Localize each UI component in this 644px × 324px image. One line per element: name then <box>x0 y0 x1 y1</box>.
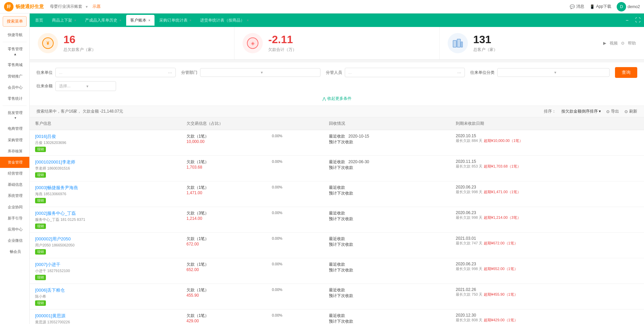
tab-customer-account-close[interactable]: × <box>148 19 150 22</box>
sort-value[interactable]: 按欠款金额倒序排序 ▾ <box>561 109 601 114</box>
overdue-link[interactable]: 超期¥1,214.00（3笔） <box>484 215 521 219</box>
recovery-cell: 最近收款 预计下次收款 <box>324 207 450 233</box>
unit-category-select[interactable]: ▾ <box>497 68 610 77</box>
overdue-link[interactable]: 超期¥1,703.68（1笔） <box>484 164 521 168</box>
department-select[interactable]: ▾ <box>200 68 320 77</box>
customer-cell: [0006]丢下粮仓 陈小希 现销 <box>30 284 181 310</box>
overdue-link[interactable]: 超期¥672.00（1笔） <box>484 241 518 245</box>
tab-inbound-stats-close[interactable]: × <box>247 19 249 22</box>
recent-payment-label: 最近收款 2020-10-15 <box>329 134 445 139</box>
customer-name-link[interactable]: [0001020001]李老师 <box>35 159 176 165</box>
manager-label: 分管人员 <box>326 70 342 76</box>
logo-text: 畅捷通好生意 <box>16 4 44 10</box>
overdue-link[interactable]: 超期¥429.00（1笔） <box>484 318 518 322</box>
customer-name-link[interactable]: [000001]黄思源 <box>35 313 176 319</box>
search-menu-button[interactable]: 搜索菜单 <box>3 16 27 27</box>
customer-name-link[interactable]: [0016]吕俊 <box>35 134 176 140</box>
search-button[interactable]: 查询 <box>615 67 637 78</box>
overdue-link[interactable]: 超期¥455.90（1笔） <box>484 292 518 296</box>
debt-percent-cell: 0.00% <box>264 156 324 181</box>
debt-percent-cell: 0.00% <box>264 233 324 258</box>
customer-name-link[interactable]: [0006]丢下粮仓 <box>35 287 176 293</box>
overdue-days: 最长欠款 998 天 <box>456 215 482 219</box>
from-unit-input-wrap[interactable]: ··· <box>55 68 176 77</box>
manager-input-wrap[interactable]: ··· <box>345 68 465 77</box>
tab-products-off[interactable]: 商品上下架 × <box>48 15 80 26</box>
stat-label-1: 总欠款客户（家） <box>63 47 226 53</box>
manager-input[interactable] <box>348 70 456 75</box>
tab-home[interactable]: 首页 <box>31 15 47 26</box>
overdue-link[interactable]: 超期¥1,471.00（1笔） <box>484 190 521 194</box>
results-summary: 搜索结果中，客户16家， 欠款金额 -21,148.07元 <box>36 109 123 114</box>
next-payment-label: 预计下次收款 <box>329 267 445 273</box>
customer-cell: [0002]服务中心_丁磊 服务中心_丁磊 181 0125 8371 现销 <box>30 207 181 233</box>
sidebar-item-retail-mgmt[interactable]: 零售管理 ▲ <box>0 43 29 59</box>
customer-phone: 李老师 18600391516 <box>35 166 176 171</box>
collapse-label: 收起更多条件 <box>327 96 352 101</box>
tab-fullscreen-button[interactable]: ⛶ <box>633 16 643 25</box>
sidebar-item-purchase[interactable]: 采购管理 <box>0 135 29 146</box>
tab-production-history-close[interactable]: × <box>119 19 121 22</box>
filter-manager: 分管人员 ··· <box>326 68 465 77</box>
export-button[interactable]: ⊙ 导出 <box>606 109 619 114</box>
customer-name-link[interactable]: [000002]用户2050 <box>35 236 176 242</box>
sidebar-item-marketing[interactable]: 营销推广 <box>0 71 29 82</box>
sidebar-item-ecommerce[interactable]: 电商管理 <box>0 123 29 134</box>
collapse-button[interactable]: ⋀ 收起更多条件 <box>36 94 637 103</box>
sidebar-item-enterprise-collab[interactable]: 企业协同 <box>0 202 29 213</box>
manager-dots[interactable]: ··· <box>457 70 461 75</box>
tab-purchase-order[interactable]: 采购订单统计表 × <box>155 15 196 26</box>
sidebar-item-basics[interactable]: 基础信息 <box>0 179 29 190</box>
tab-inbound-stats[interactable]: 进货单统计表（按商品） × <box>196 15 253 26</box>
due-date-cell: 2020.11.15 最长欠款 853 天 超期¥1,703.68（1笔） <box>450 156 644 181</box>
overdue-link[interactable]: 超期¥652.00（1笔） <box>484 267 518 271</box>
sidebar-item-newbie[interactable]: 新手引导 <box>0 213 29 224</box>
from-unit-input[interactable] <box>59 70 167 75</box>
recent-payment-label: 最近收款 <box>329 262 445 267</box>
overdue-info: 最长欠款 998 天 超期¥1,471.00（1笔） <box>456 189 639 195</box>
sidebar-item-chang-member[interactable]: 畅会员 <box>0 246 29 257</box>
sidebar-item-retail-stats[interactable]: 零售统计 <box>0 93 29 104</box>
col-debt-info: 欠交易信息（占比） <box>181 117 324 130</box>
user-area[interactable]: D demo2 <box>617 2 640 11</box>
debt-count: 欠款（1笔） <box>187 134 258 139</box>
stat-label-2: 欠款合计（万） <box>268 47 431 53</box>
customer-badge: 现销 <box>35 172 46 178</box>
filter-department: 分管部门 ▾ <box>181 68 320 77</box>
sidebar-item-quick-nav[interactable]: 快捷导航 <box>0 29 29 40</box>
dropdown-arrow[interactable]: ▾ <box>86 4 88 9</box>
refresh-button[interactable]: ⊙ 刷新 <box>624 109 637 114</box>
sidebar-item-enterprise-wechat[interactable]: 企业微信 <box>0 235 29 246</box>
customer-badge: 现销 <box>35 147 46 152</box>
overdue-info: 最长欠款 808 天 超期¥429.00（1笔） <box>456 318 639 323</box>
sidebar-item-batch-mgmt[interactable]: 批发管理 ▾ <box>0 107 29 123</box>
from-unit-dots[interactable]: ··· <box>168 70 172 75</box>
customer-name-link[interactable]: [0002]服务中心_丁磊 <box>35 210 176 216</box>
tab-production-history[interactable]: 产成品入库单历史 × <box>81 15 125 26</box>
customer-cell: [000002]用户2050 用户2050 18665062050 现销 <box>30 233 181 258</box>
sidebar-item-app-center[interactable]: 应用中心 <box>0 224 29 235</box>
sidebar-item-system[interactable]: 系统管理 <box>0 190 29 201</box>
tab-purchase-order-close[interactable]: × <box>190 19 192 22</box>
debt-percent: 0.00% <box>272 185 282 189</box>
balance-select[interactable]: 选择... ▾ <box>55 81 116 91</box>
customer-badge: 现销 <box>35 275 46 280</box>
sidebar-item-member[interactable]: 会员中心 <box>0 82 29 93</box>
overdue-info: 最长欠款 853 天 超期¥1,703.68（1笔） <box>456 164 639 169</box>
messages-button[interactable]: 💬 消息 <box>570 4 584 9</box>
filter-from-unit: 往来单位 ··· <box>36 68 176 77</box>
sidebar-item-inventory[interactable]: 库存核算 <box>0 146 29 157</box>
tab-products-off-close[interactable]: × <box>74 19 76 22</box>
sidebar-item-operations[interactable]: 经营管理 <box>0 168 29 179</box>
app-download-button[interactable]: 📱 App下载 <box>590 4 611 9</box>
overdue-link[interactable]: 超期¥10,000.00（1笔） <box>484 139 523 143</box>
tab-purchase-order-label: 采购订单统计表 <box>159 18 188 23</box>
customer-name-link[interactable]: [0007]小进干 <box>35 262 176 268</box>
next-payment-label: 预计下次收款 <box>329 190 445 196</box>
tab-customer-account[interactable]: 客户账本 × <box>126 15 155 26</box>
sidebar-item-finance[interactable]: 资金管理 <box>0 157 29 168</box>
customer-name-link[interactable]: [0003]畅捷服务尹海燕 <box>35 185 176 191</box>
due-date: 2021.02.26 <box>456 287 639 292</box>
sidebar-item-retail-mall[interactable]: 零售商城 <box>0 59 29 70</box>
tab-collapse-button[interactable]: － <box>622 16 632 25</box>
